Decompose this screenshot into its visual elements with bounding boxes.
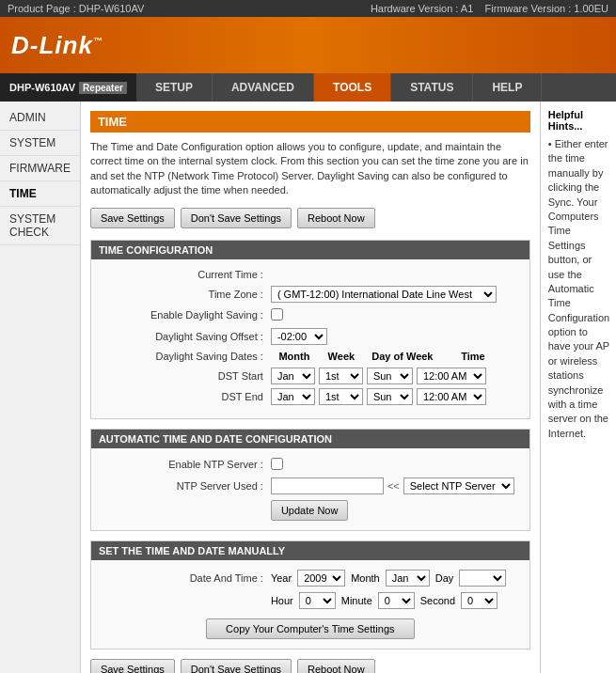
sidebar: ADMIN SYSTEM FIRMWARE TIME SYSTEM CHECK — [0, 102, 81, 673]
timezone-select[interactable]: ( GMT-12:00) International Date Line Wes… — [271, 286, 497, 303]
day-label: Day — [435, 572, 454, 584]
tab-tools[interactable]: TOOLS — [314, 73, 391, 102]
ntp-used-row: NTP Server Used : << Select NTP Server t… — [106, 477, 514, 494]
sidebar-item-admin[interactable]: ADMIN — [0, 105, 80, 131]
time-config-title: TIME CONFIGURATION — [91, 241, 529, 259]
ntp-used-controls: << Select NTP Server time.nist.gov time.… — [271, 477, 514, 494]
enable-ntp-checkbox[interactable] — [271, 458, 283, 470]
dst-offset-label: Daylight Saving Offset : — [106, 331, 271, 342]
auto-time-block: AUTOMATIC TIME AND DATE CONFIGURATION En… — [90, 429, 530, 531]
copy-time-button[interactable]: Copy Your Computer's Time Settings — [206, 618, 414, 639]
manual-time-block: SET THE TIME AND DATE MANUALLY Date And … — [90, 540, 530, 650]
tab-help[interactable]: HELP — [473, 73, 542, 102]
copy-btn-row: Copy Your Computer's Time Settings — [106, 618, 514, 639]
top-bar: Product Page : DHP-W610AV Hardware Versi… — [0, 0, 616, 17]
day-select[interactable]: 123 451015 20253031 — [459, 570, 506, 587]
enable-ntp-checkbox-wrapper — [271, 458, 514, 472]
tab-setup[interactable]: SETUP — [136, 73, 213, 102]
dst-offset-select-wrapper: -02:00 -01:00 +01:00 +02:00 — [271, 328, 514, 345]
logo: D-Link™ — [11, 31, 103, 60]
dst-dates-headers: Month Week Day of Week Time — [271, 351, 514, 362]
dst-start-row: DST Start JanFebMarApr MayJunJulAug SepO… — [106, 368, 514, 384]
current-time-label: Current Time : — [106, 269, 271, 280]
timezone-row: Time Zone : ( GMT-12:00) International D… — [106, 286, 514, 303]
hints-title: Helpful Hints... — [548, 109, 609, 132]
date-time-row-1: Date And Time : Year 200920102011 201220… — [106, 570, 514, 587]
sidebar-item-firmware[interactable]: FIRMWARE — [0, 156, 80, 181]
enable-ntp-row: Enable NTP Server : — [106, 458, 514, 472]
auto-time-body: Enable NTP Server : NTP Server Used : <<… — [91, 448, 529, 530]
page-title: TIME — [90, 111, 530, 133]
intro-text: The Time and Date Configuration option a… — [90, 140, 530, 198]
ntp-used-label: NTP Server Used : — [106, 480, 271, 492]
dst-start-label: DST Start — [106, 370, 271, 382]
date-time-controls-1: Year 200920102011 20122013 Month JanFebM… — [271, 570, 514, 587]
time-config-body: Current Time : Time Zone : ( GMT-12:00) … — [91, 259, 529, 418]
main-nav: DHP-W610AV Repeater SETUP ADVANCED TOOLS… — [0, 73, 616, 102]
product-label: Product Page : DHP-W610AV — [8, 3, 144, 14]
dst-col-month: Month — [271, 351, 318, 362]
date-time-row-2: Hour 0123 45612 Minute 051015 203045 Sec… — [106, 592, 514, 609]
hardware-firmware-label: Hardware Version : A1 Firmware Version :… — [371, 3, 608, 14]
dst-end-label: DST End — [106, 391, 271, 402]
save-settings-button-top[interactable]: Save Settings — [90, 208, 175, 228]
hour-select[interactable]: 0123 45612 — [299, 592, 336, 609]
tab-status[interactable]: STATUS — [391, 73, 473, 102]
dst-start-time-select[interactable]: 12:00 AM1:00 AM2:00 AM 6:00 AM12:00 PM — [417, 368, 486, 384]
minute-select[interactable]: 051015 203045 — [378, 592, 415, 609]
year-select[interactable]: 200920102011 20122013 — [297, 570, 345, 587]
nav-tabs: SETUP ADVANCED TOOLS STATUS HELP — [136, 73, 616, 102]
current-time-row: Current Time : — [106, 269, 514, 280]
sidebar-item-time[interactable]: TIME — [0, 181, 80, 207]
dst-start-dow-select[interactable]: SunMonTueWed ThuFriSat — [367, 368, 413, 384]
second-select[interactable]: 051015 203045 — [461, 592, 498, 609]
dst-end-week-select[interactable]: 1st2nd3rd4thLast — [319, 388, 363, 405]
ntp-server-select[interactable]: Select NTP Server time.nist.gov time.win… — [403, 477, 514, 494]
second-label: Second — [420, 595, 455, 606]
time-config-block: TIME CONFIGURATION Current Time : Time Z… — [90, 240, 530, 419]
datetime-ymd-row: Year 200920102011 20122013 Month JanFebM… — [271, 570, 514, 587]
dst-start-week-select[interactable]: 1st2nd3rd4thLast — [319, 368, 363, 384]
dst-end-time-select[interactable]: 12:00 AM1:00 AM2:00 AM 6:00 AM12:00 PM — [417, 388, 486, 405]
dst-dates-label: Daylight Saving Dates : — [106, 351, 271, 362]
date-time-controls-2: Hour 0123 45612 Minute 051015 203045 Sec… — [271, 592, 514, 609]
dst-start-month-select[interactable]: JanFebMarApr MayJunJulAug SepOctNovDec — [271, 368, 315, 384]
ntp-server-input[interactable] — [271, 477, 384, 494]
manual-time-body: Date And Time : Year 200920102011 201220… — [91, 560, 529, 649]
daylight-saving-checkbox[interactable] — [271, 308, 283, 321]
hints-panel: Helpful Hints... • Either enter the time… — [540, 102, 616, 673]
dst-offset-select[interactable]: -02:00 -01:00 +01:00 +02:00 — [271, 328, 327, 345]
dont-save-button-top[interactable]: Don't Save Settings — [181, 208, 292, 228]
dst-start-selects: JanFebMarApr MayJunJulAug SepOctNovDec 1… — [271, 368, 486, 384]
hints-text: • Either enter the time manually by clic… — [548, 137, 609, 441]
top-button-row: Save Settings Don't Save Settings Reboot… — [90, 208, 530, 228]
dst-end-month-select[interactable]: JanFebMarApr MayJunJulAug SepOctNovDec — [271, 388, 315, 405]
dst-end-dow-select[interactable]: SunMonTueWed ThuFriSat — [367, 388, 413, 405]
tab-advanced[interactable]: ADVANCED — [213, 73, 314, 102]
timezone-label: Time Zone : — [106, 289, 271, 300]
auto-time-title: AUTOMATIC TIME AND DATE CONFIGURATION — [91, 430, 529, 448]
minute-label: Minute — [341, 595, 372, 606]
bottom-button-row: Save Settings Don't Save Settings Reboot… — [90, 659, 530, 673]
dont-save-button-bottom[interactable]: Don't Save Settings — [181, 659, 292, 673]
datetime-hms-row: Hour 0123 45612 Minute 051015 203045 Sec… — [271, 592, 514, 609]
timezone-select-wrapper: ( GMT-12:00) International Date Line Wes… — [271, 286, 514, 303]
update-btn-row: Update Now — [271, 500, 514, 521]
dst-offset-row: Daylight Saving Offset : -02:00 -01:00 +… — [106, 328, 514, 345]
sidebar-item-system[interactable]: SYSTEM — [0, 131, 80, 156]
dst-dates-label-row: Daylight Saving Dates : Month Week Day o… — [106, 351, 514, 362]
manual-time-title: SET THE TIME AND DATE MANUALLY — [91, 541, 529, 560]
month-select[interactable]: JanFebMarApr MayJunJulAug SepOctNovDec — [386, 570, 430, 587]
repeater-badge: Repeater — [79, 82, 127, 94]
daylight-saving-checkbox-wrapper — [271, 308, 514, 322]
dst-col-dow: Day of Week — [365, 351, 440, 362]
update-now-button[interactable]: Update Now — [271, 500, 349, 521]
enable-ntp-label: Enable NTP Server : — [106, 459, 271, 470]
sidebar-item-syscheck[interactable]: SYSTEM CHECK — [0, 207, 80, 245]
save-settings-button-bottom[interactable]: Save Settings — [90, 659, 175, 673]
content-area: TIME The Time and Date Configuration opt… — [81, 102, 540, 673]
year-label: Year — [271, 572, 292, 584]
reboot-button-bottom[interactable]: Reboot Now — [297, 659, 375, 673]
header: D-Link™ — [0, 17, 616, 73]
reboot-button-top[interactable]: Reboot Now — [297, 208, 375, 228]
